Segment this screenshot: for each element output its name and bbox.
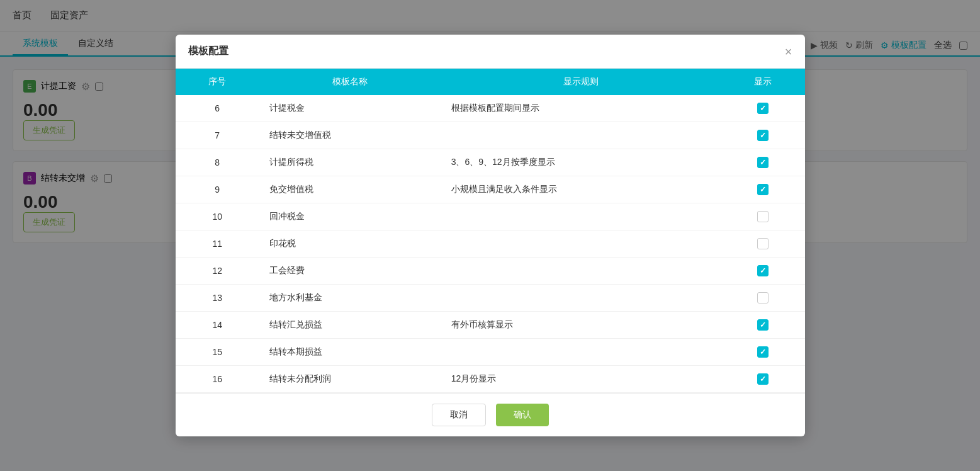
cell-name: 地方水利基金	[259, 285, 441, 312]
config-table: 序号 模板名称 显示规则 显示 6计提税金根据模板配置期间显示7结转未交增值税8…	[176, 69, 805, 393]
table-row: 15结转本期损益	[176, 339, 805, 366]
checkbox-row-9[interactable]	[757, 184, 769, 195]
cell-name: 回冲税金	[259, 203, 441, 230]
cancel-button[interactable]: 取消	[432, 404, 486, 426]
cell-rule: 有外币核算显示	[441, 312, 721, 339]
checkbox-row-12[interactable]	[757, 265, 769, 276]
table-row: 13地方水利基金	[176, 285, 805, 312]
cell-rule	[441, 230, 721, 258]
checkbox-row-7[interactable]	[757, 130, 769, 141]
checkbox-row-6[interactable]	[757, 103, 769, 114]
table-row: 10回冲税金	[176, 203, 805, 230]
cell-index: 14	[176, 312, 259, 339]
cell-index: 13	[176, 285, 259, 312]
cell-name: 印花税	[259, 230, 441, 258]
checkbox-row-16[interactable]	[757, 373, 769, 385]
cell-index: 16	[176, 366, 259, 393]
table-header-row: 序号 模板名称 显示规则 显示	[176, 69, 805, 95]
col-name: 模板名称	[259, 69, 441, 95]
cell-rule	[441, 339, 721, 366]
table-row: 12工会经费	[176, 258, 805, 285]
cell-rule: 12月份显示	[441, 366, 721, 393]
cell-rule: 根据模板配置期间显示	[441, 95, 721, 122]
cell-rule	[441, 203, 721, 230]
close-button[interactable]: ×	[785, 45, 792, 58]
modal-header: 模板配置 ×	[176, 35, 805, 69]
cell-name: 结转未交增值税	[259, 122, 441, 149]
cell-check	[721, 203, 804, 230]
table-row: 6计提税金根据模板配置期间显示	[176, 95, 805, 122]
cell-name: 计提所得税	[259, 149, 441, 176]
cell-rule: 3、6、9、12月按季度显示	[441, 149, 721, 176]
checkbox-row-10[interactable]	[757, 211, 769, 222]
table-row: 8计提所得税3、6、9、12月按季度显示	[176, 149, 805, 176]
col-rule: 显示规则	[441, 69, 721, 95]
modal-title: 模板配置	[188, 45, 228, 58]
cell-name: 结转汇兑损益	[259, 312, 441, 339]
table-row: 14结转汇兑损益有外币核算显示	[176, 312, 805, 339]
cell-check	[721, 176, 804, 203]
checkbox-row-14[interactable]	[757, 319, 769, 331]
cell-rule	[441, 258, 721, 285]
cell-name: 计提税金	[259, 95, 441, 122]
template-config-modal: 模板配置 × 序号 模板名称 显示规则 显示 6计提税金根据模板配置期间显示7结…	[176, 35, 805, 436]
table-row: 16结转未分配利润12月份显示	[176, 366, 805, 393]
cell-index: 6	[176, 95, 259, 122]
cell-rule	[441, 122, 721, 149]
cell-index: 7	[176, 122, 259, 149]
cell-name: 免交增值税	[259, 176, 441, 203]
table-row: 9免交增值税小规模且满足收入条件显示	[176, 176, 805, 203]
cell-check	[721, 122, 804, 149]
cell-rule	[441, 285, 721, 312]
cell-name: 工会经费	[259, 258, 441, 285]
cell-check	[721, 149, 804, 176]
table-row: 7结转未交增值税	[176, 122, 805, 149]
cell-name: 结转未分配利润	[259, 366, 441, 393]
checkbox-row-8[interactable]	[757, 157, 769, 168]
cell-index: 12	[176, 258, 259, 285]
modal-overlay: 模板配置 × 序号 模板名称 显示规则 显示 6计提税金根据模板配置期间显示7结…	[0, 0, 980, 471]
checkbox-row-13[interactable]	[757, 292, 769, 304]
checkbox-row-15[interactable]	[757, 346, 769, 358]
cell-rule: 小规模且满足收入条件显示	[441, 176, 721, 203]
cell-index: 8	[176, 149, 259, 176]
cell-name: 结转本期损益	[259, 339, 441, 366]
cell-check	[721, 366, 804, 393]
cell-check	[721, 95, 804, 122]
cell-check	[721, 230, 804, 258]
cell-check	[721, 258, 804, 285]
cell-index: 9	[176, 176, 259, 203]
modal-footer: 取消 确认	[176, 393, 805, 436]
col-show: 显示	[721, 69, 804, 95]
confirm-button[interactable]: 确认	[496, 404, 549, 426]
checkbox-row-11[interactable]	[757, 238, 769, 249]
cell-index: 11	[176, 230, 259, 258]
cell-check	[721, 312, 804, 339]
cell-index: 15	[176, 339, 259, 366]
modal-body: 序号 模板名称 显示规则 显示 6计提税金根据模板配置期间显示7结转未交增值税8…	[176, 69, 805, 393]
cell-check	[721, 285, 804, 312]
cell-check	[721, 339, 804, 366]
col-index: 序号	[176, 69, 259, 95]
table-row: 11印花税	[176, 230, 805, 258]
cell-index: 10	[176, 203, 259, 230]
